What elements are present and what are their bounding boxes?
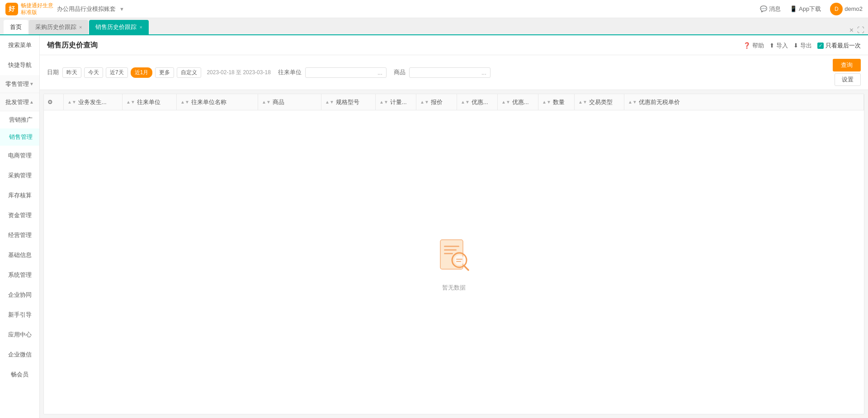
th-quantity[interactable]: ▲▼ 数量 [538, 94, 575, 110]
date-btn-custom[interactable]: 自定义 [177, 67, 201, 78]
sidebar-item-system-mgmt[interactable]: 系统管理 [0, 265, 39, 285]
logo-area: 好 畅捷通好生意 标准版 [5, 2, 53, 15]
filter-row: 日期 昨天 今天 近7天 近1月 更多 自定义 2023-02-18 至 202… [40, 55, 868, 90]
product-input[interactable]: ... [409, 67, 491, 78]
message-icon: 💬 [760, 5, 767, 12]
svg-line-6 [464, 266, 468, 270]
th-partner-code[interactable]: ▲▼ 往来单位 [123, 94, 177, 110]
svg-rect-1 [444, 246, 459, 247]
date-filter-group: 日期 昨天 今天 近7天 近1月 更多 自定义 2023-02-18 至 202… [47, 67, 271, 78]
sidebar-item-enterprise-coop[interactable]: 企业协同 [0, 285, 39, 305]
tab-bar-actions: × ⛶ [849, 26, 864, 34]
product-filter-group: 商品 ... [394, 67, 491, 78]
user-action[interactable]: D demo2 [830, 3, 863, 15]
message-action[interactable]: 💬 消息 [760, 5, 781, 13]
sidebar-item-ecommerce[interactable]: 电商管理 [0, 146, 39, 166]
partner-filter-group: 往来单位 ... [278, 67, 387, 78]
page-actions: ❓ 帮助 ⬆ 导入 ⬇ 导出 只看最后一次 [743, 42, 861, 50]
sort-icon: ▲▼ [379, 100, 388, 104]
app-title-dropdown[interactable]: ▼ [119, 6, 124, 12]
date-range-text: 2023-02-18 至 2023-03-18 [207, 69, 270, 76]
help-button[interactable]: ❓ 帮助 [743, 42, 764, 50]
sidebar: 搜索菜单 快捷导航 零售管理 ▼ 批发管理 ▲ 营销推广 销售管理 电商管理 采… [0, 35, 40, 418]
logo-icon: 好 [5, 3, 18, 15]
th-business-date[interactable]: ▲▼ 业务发生... [64, 94, 123, 110]
sidebar-item-search-menu[interactable]: 搜索菜单 [0, 35, 39, 55]
only-last-checkbox-label[interactable]: 只看最后一次 [817, 42, 861, 50]
product-label: 商品 [394, 68, 406, 76]
partner-label: 往来单位 [278, 68, 302, 76]
sort-icon: ▲▼ [180, 100, 189, 104]
sidebar-item-app-center[interactable]: 应用中心 [0, 325, 39, 345]
sort-icon: ▲▼ [325, 100, 334, 104]
th-settings[interactable]: ⚙ [44, 94, 64, 110]
sidebar-item-inventory[interactable]: 库存核算 [0, 185, 39, 205]
import-button[interactable]: ⬆ 导入 [769, 42, 788, 50]
page-title-row: 销售历史价查询 ❓ 帮助 ⬆ 导入 ⬇ 导出 [47, 41, 861, 50]
app-download-action[interactable]: 📱 App下载 [790, 5, 821, 13]
sidebar-item-enterprise-wechat[interactable]: 企业微信 [0, 345, 39, 365]
table-container: ⚙ ▲▼ 业务发生... ▲▼ 往来单位 ▲▼ 往来单位名称 ▲▼ 商品 [43, 94, 864, 414]
sidebar-item-marketing[interactable]: 营销推广 [0, 111, 39, 128]
th-quoted-price[interactable]: ▲▼ 报价 [416, 94, 457, 110]
sidebar-item-sales-mgmt[interactable]: 销售管理 [0, 128, 39, 146]
top-bar: 好 畅捷通好生意 标准版 办公用品行业模拟账套 ▼ 💬 消息 📱 App下载 D… [0, 0, 868, 18]
svg-rect-3 [444, 253, 453, 254]
top-bar-left: 好 畅捷通好生意 标准版 办公用品行业模拟账套 ▼ [5, 2, 124, 15]
main-layout: 搜索菜单 快捷导航 零售管理 ▼ 批发管理 ▲ 营销推广 销售管理 电商管理 采… [0, 35, 868, 418]
date-label: 日期 [47, 68, 59, 76]
wholesale-mgmt-arrow-icon: ▲ [29, 100, 34, 104]
svg-point-5 [454, 255, 464, 265]
partner-input[interactable]: ... [305, 67, 387, 78]
empty-text: 暂无数据 [442, 284, 466, 292]
content-area: 销售历史价查询 ❓ 帮助 ⬆ 导入 ⬇ 导出 [40, 35, 868, 418]
sidebar-item-operations[interactable]: 经营管理 [0, 225, 39, 245]
date-btn-more[interactable]: 更多 [155, 67, 174, 78]
sort-icon: ▲▼ [67, 100, 76, 104]
maximize-icon[interactable]: ⛶ [857, 26, 864, 34]
sidebar-item-purchase[interactable]: 采购管理 [0, 166, 39, 185]
tab-home[interactable]: 首页 [4, 20, 28, 34]
th-discount2[interactable]: ▲▼ 优惠... [498, 94, 538, 110]
date-btn-today[interactable]: 今天 [84, 67, 103, 78]
app-title: 办公用品行业模拟账套 [57, 5, 116, 13]
sort-icon: ▲▼ [420, 100, 429, 104]
th-spec[interactable]: ▲▼ 规格型号 [321, 94, 376, 110]
th-discount1[interactable]: ▲▼ 优惠... [457, 94, 498, 110]
tab-bar: 首页 采购历史价跟踪 × 销售历史价跟踪 × × ⛶ [0, 18, 868, 35]
th-unit[interactable]: ▲▼ 计量... [376, 94, 416, 110]
sidebar-item-finance[interactable]: 资金管理 [0, 205, 39, 225]
page-title: 销售历史价查询 [47, 41, 98, 50]
sidebar-item-retail-mgmt[interactable]: 零售管理 ▼ [0, 75, 39, 93]
tab-purchase-history[interactable]: 采购历史价跟踪 × [29, 20, 88, 34]
query-button[interactable]: 查询 [833, 59, 861, 71]
th-pre-tax-price[interactable]: ▲▼ 优惠前无税单价 [624, 94, 864, 110]
date-btn-last7[interactable]: 近7天 [106, 67, 128, 78]
only-last-checkbox[interactable] [817, 43, 824, 49]
date-buttons: 昨天 今天 近7天 近1月 更多 自定义 [62, 67, 201, 78]
help-icon: ❓ [743, 42, 750, 49]
sort-icon: ▲▼ [628, 100, 637, 104]
svg-rect-2 [444, 249, 457, 251]
settings-icon: ⚙ [47, 99, 53, 105]
close-all-tabs-icon[interactable]: × [849, 26, 854, 34]
export-button[interactable]: ⬇ 导出 [793, 42, 812, 50]
settings-button[interactable]: 设置 [835, 73, 861, 86]
date-btn-last1m[interactable]: 近1月 [131, 67, 153, 78]
table-body: 暂无数据 [44, 110, 864, 414]
tab-sales-history[interactable]: 销售历史价跟踪 × [89, 20, 148, 34]
page-header: 销售历史价查询 ❓ 帮助 ⬆ 导入 ⬇ 导出 [40, 35, 868, 55]
sidebar-item-beginner-guide[interactable]: 新手引导 [0, 305, 39, 325]
th-partner-name[interactable]: ▲▼ 往来单位名称 [177, 94, 258, 110]
export-icon: ⬇ [793, 42, 798, 49]
sidebar-item-wholesale-mgmt[interactable]: 批发管理 ▲ [0, 93, 39, 111]
th-trade-type[interactable]: ▲▼ 交易类型 [575, 94, 624, 110]
tab-sales-close-icon[interactable]: × [139, 24, 142, 30]
th-product[interactable]: ▲▼ 商品 [258, 94, 321, 110]
sidebar-item-quick-nav[interactable]: 快捷导航 [0, 55, 39, 75]
sidebar-item-vip-member[interactable]: 畅会员 [0, 365, 39, 385]
tab-purchase-close-icon[interactable]: × [79, 24, 82, 30]
sidebar-item-basic-info[interactable]: 基础信息 [0, 245, 39, 265]
sort-icon: ▲▼ [262, 100, 271, 104]
date-btn-yesterday[interactable]: 昨天 [62, 67, 81, 78]
